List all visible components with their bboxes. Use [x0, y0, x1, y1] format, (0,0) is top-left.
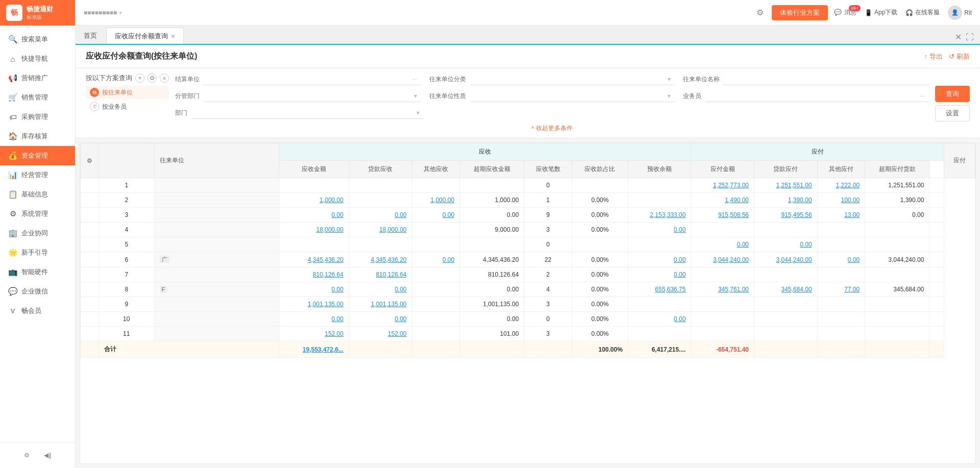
collapse-button[interactable]: ^ 收起更多条件 — [175, 122, 929, 135]
quick-nav-icon: ⌂ — [8, 55, 17, 63]
scheme-by-staff-icon: ⏱ — [90, 102, 99, 111]
filter-row-1: 结算单位 ··· 往来单位分类 ▾ 往来单位名称 — [175, 73, 929, 85]
row-index: 6 — [99, 252, 155, 267]
table-row: 100.000.000.0000.00%0.00 — [81, 312, 975, 327]
sidebar-settings-button[interactable]: ⚙ — [18, 448, 36, 463]
tab-home[interactable]: 首页 — [76, 28, 105, 44]
sidebar-label-quick-nav: 快捷导航 — [21, 54, 48, 63]
sidebar-item-sales[interactable]: 🛒 销售管理 — [0, 88, 75, 107]
system-icon: ⚙ — [8, 209, 17, 218]
filter-collapse-icon[interactable]: « — [160, 73, 169, 83]
filter-settings-icon[interactable]: ⚙ — [148, 73, 157, 83]
row-settings-cell — [81, 178, 99, 193]
col-settings-header[interactable]: ⚙ — [81, 143, 99, 178]
settings-gear-icon[interactable]: ⚙ — [754, 6, 766, 19]
sidebar-item-search-menu[interactable]: 🔍 搜索菜单 — [0, 30, 75, 49]
col-settings-icon[interactable]: ⚙ — [87, 157, 92, 164]
online-service-button[interactable]: 🎧 在线客服 — [905, 8, 940, 17]
sidebar-item-system[interactable]: ⚙ 系统管理 — [0, 204, 75, 224]
user-profile[interactable]: 👤 Rit — [948, 6, 972, 20]
scheme-by-unit-icon: 畅 — [90, 88, 99, 97]
messages-button[interactable]: 💬 99+ 消息 — [834, 8, 856, 17]
unit-nature-label: 往来单位性质 — [429, 92, 466, 101]
unit-category-label: 往来单位分类 — [429, 75, 466, 84]
breadcrumb-divider: ▾ — [119, 9, 122, 16]
total-ap-amount: -654,751.40 — [691, 341, 754, 358]
filter-fields: 结算单位 ··· 往来单位分类 ▾ 往来单位名称 — [175, 73, 929, 135]
sidebar-collapse-button[interactable]: ◀‖ — [38, 448, 58, 463]
sidebar-item-wechat[interactable]: 💬 企业微信 — [0, 282, 75, 301]
sidebar-label-wechat: 企业微信 — [21, 287, 48, 296]
sidebar-item-enterprise[interactable]: 🏢 企业协同 — [0, 224, 75, 243]
sidebar-item-marketing[interactable]: 📢 营销推广 — [0, 68, 75, 88]
table-row: 500.000.00 — [81, 237, 975, 252]
breadcrumb: ■■■■■■■■■ ▾ — [84, 9, 748, 16]
unit-nature-chevron: ▾ — [668, 92, 671, 100]
refresh-label: 刷新 — [957, 52, 970, 61]
col-ap-other-header: 其他应付 — [817, 161, 865, 178]
tab-close-icon[interactable]: × — [171, 32, 175, 40]
logo-sub: 标准版 — [27, 14, 53, 21]
unit-category-input[interactable]: ▾ — [470, 73, 675, 85]
scheme-by-staff[interactable]: ⏱ 按业务员 — [86, 100, 169, 113]
settlement-unit-label: 结算单位 — [175, 75, 200, 84]
row-index: 3 — [99, 208, 155, 223]
sidebar: 畅 畅捷通财 标准版 🔍 搜索菜单 ⌂ 快捷导航 📢 营销推广 🛒 销售管理 🏷… — [0, 0, 76, 468]
data-table: ⚙ 往来单位 应收 应付 应付 应收金额 贷款应收 其他应收 超期应收金额 应收… — [80, 143, 975, 358]
total-row: 合计 19,553,472,6... 100.00% 6,417,215....… — [81, 341, 975, 358]
sidebar-item-member[interactable]: V 畅会员 — [0, 301, 75, 321]
window-close-icon[interactable]: ✕ — [955, 32, 962, 42]
col-ar-other-header: 其他应收 — [412, 161, 460, 178]
row-index: 10 — [99, 312, 155, 327]
row-settings-cell — [81, 267, 99, 282]
dept-managed-input[interactable]: ▾ — [204, 90, 421, 102]
sidebar-label-sales: 销售管理 — [21, 93, 48, 102]
total-ar-overdue — [460, 341, 524, 358]
salesman-input[interactable]: ··· — [705, 90, 929, 102]
sidebar-item-quick-nav[interactable]: ⌂ 快捷导航 — [0, 49, 75, 68]
row-settings-cell — [81, 193, 99, 208]
sidebar-item-hardware[interactable]: 📺 智能硬件 — [0, 262, 75, 282]
unit-nature-input[interactable]: ▾ — [470, 90, 675, 102]
tab-home-label: 首页 — [84, 31, 97, 40]
total-ar-count — [524, 341, 572, 358]
sidebar-item-guide[interactable]: 🌟 新手引导 — [0, 243, 75, 262]
row-index: 2 — [99, 193, 155, 208]
promo-button[interactable]: 体验行业方案 — [772, 5, 828, 20]
sidebar-bottom: ⚙ ◀‖ — [0, 442, 75, 468]
sidebar-item-basic-info[interactable]: 📋 基础信息 — [0, 185, 75, 204]
settlement-unit-input[interactable]: ··· — [204, 73, 421, 85]
row-settings-cell — [81, 327, 99, 341]
unit-name-input[interactable] — [724, 73, 929, 85]
refresh-button[interactable]: ↺ 刷新 — [949, 52, 970, 61]
total-ar-advance: 6,417,215.... — [628, 341, 691, 358]
total-ar-other — [412, 341, 460, 358]
avatar-placeholder: 👤 — [951, 9, 959, 16]
dept-input[interactable]: ▾ — [191, 107, 424, 119]
settings-button[interactable]: 设置 — [935, 105, 970, 121]
page-header: 应收应付余额查询(按往来单位) ↑ 导出 ↺ 刷新 — [76, 45, 980, 68]
col-ap-extra-header: 应付 — [944, 143, 975, 178]
app-download-button[interactable]: 📱 App下载 — [865, 8, 897, 17]
row-unit — [154, 223, 279, 237]
row-index: 5 — [99, 237, 155, 252]
scheme-by-unit[interactable]: 畅 按往来单位 — [86, 86, 169, 99]
sidebar-label-enterprise: 企业协同 — [21, 229, 48, 238]
unit-name-label: 往来单位名称 — [683, 75, 720, 84]
sidebar-item-purchase[interactable]: 🏷 采购管理 — [0, 107, 75, 127]
tab-ar-ap[interactable]: 应收应付余额查询 × — [106, 28, 184, 44]
sidebar-label-finance: 资金管理 — [21, 151, 48, 160]
table-row: 11152.00152.00101.0030.00% — [81, 327, 975, 341]
query-button[interactable]: 查询 — [935, 86, 970, 102]
filter-add-button[interactable]: + — [135, 73, 144, 83]
scheme-by-unit-label: 按往来单位 — [102, 88, 133, 97]
sales-icon: 🛒 — [8, 93, 17, 102]
content-area: 应收应付余额查询(按往来单位) ↑ 导出 ↺ 刷新 按以下方案查询 + ⚙ — [76, 45, 980, 468]
sidebar-item-inventory[interactable]: 🏠 库存核算 — [0, 127, 75, 146]
scheme-selector: 按以下方案查询 + ⚙ « 畅 按往来单位 ⏱ 按业务员 — [86, 73, 169, 135]
collapse-label: 收起更多条件 — [536, 124, 573, 133]
sidebar-item-finance[interactable]: 💰 资金管理 — [0, 146, 75, 165]
export-button[interactable]: ↑ 导出 — [924, 52, 943, 61]
window-maximize-icon[interactable]: ⛶ — [966, 33, 974, 42]
sidebar-item-business[interactable]: 📊 经营管理 — [0, 165, 75, 185]
